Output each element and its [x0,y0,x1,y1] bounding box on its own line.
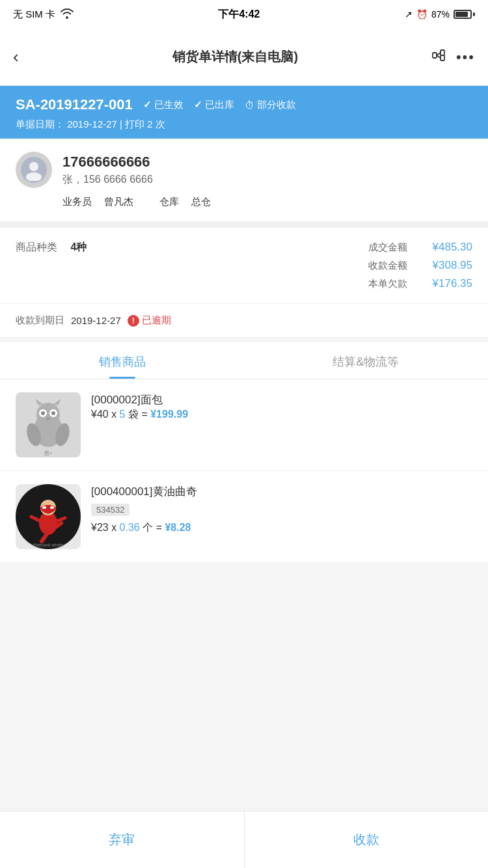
more-icon[interactable]: ••• [456,49,475,66]
product-name-2: [000400001]黄油曲奇 [91,484,472,500]
warehouse-value: 总仓 [191,196,211,207]
product-unit-1: 袋 [128,409,139,420]
goods-type-value: 4种 [70,241,87,252]
product-list: 图+ [0000002]面包 ¥40 x 5 袋 = ¥199.99 [0,379,488,563]
tabs-separator [0,337,488,342]
product-name-1: [0000002]面包 [91,392,472,408]
debt-amount-value: ¥176.35 [420,277,472,290]
svg-text:图+: 图+ [44,450,53,456]
tab-settlement-label: 结算&物流等 [332,355,399,368]
product-image-2: diamond whale [16,484,81,549]
nav-bar: ‹ 销货单详情(来自电脑) ••• [0,29,488,86]
confirm-label: 收款 [353,831,379,848]
product-unit-2: 个 [142,522,153,533]
svg-point-21 [42,506,46,509]
location-icon: ↗ [405,9,413,20]
goods-type: 商品种类 4种 [16,241,87,254]
product-equals-1: = [141,409,150,420]
tab-sales-label: 销售商品 [99,355,146,368]
svg-point-4 [26,172,42,181]
share-icon[interactable] [431,48,446,66]
status-right: ↗ ⏰ 87% [405,9,475,20]
goods-type-label: 商品种类 [16,241,57,252]
salesperson-label: 业务员 [62,196,92,207]
battery-indicator [454,10,475,19]
customer-row: 17666666666 张，156 6666 6666 [16,152,472,188]
deal-amount-value: ¥485.30 [420,241,472,254]
bottom-bar: 弃审 收款 [0,811,488,868]
summary-row: 商品种类 4种 成交金额 ¥485.30 收款金额 ¥308.95 本单欠款 ¥… [16,241,472,290]
overdue-badge: ! 已逾期 [128,314,171,327]
product-image-1: 图+ [16,392,81,457]
customer-name: 张，156 6666 6666 [62,173,153,187]
svg-point-22 [50,506,54,509]
receipt-amount-label: 收款金额 [368,260,407,272]
back-button[interactable]: ‹ [13,47,39,67]
summary-section: 商品种类 4种 成交金额 ¥485.30 收款金额 ¥308.95 本单欠款 ¥… [0,228,488,303]
overdue-dot-icon: ! [128,315,139,327]
badge-partial: 部分收款 [245,99,296,111]
due-date: 2019-12-27 [71,315,121,326]
list-item: 图+ [0000002]面包 ¥40 x 5 袋 = ¥199.99 [0,379,488,471]
alarm-icon: ⏰ [416,9,427,20]
customer-section: 17666666666 张，156 6666 6666 业务员 曾凡杰 仓库 总… [0,139,488,221]
order-id-row: SA-20191227-001 已生效 已出库 部分收款 [16,96,472,113]
status-left: 无 SIM 卡 [13,8,74,21]
product-multiply-1: x [111,409,119,420]
svg-point-10 [41,411,45,415]
product-qty-1: 5 [120,409,126,420]
debt-amount-row: 本单欠款 ¥176.35 [368,277,472,290]
carrier-label: 无 SIM 卡 [13,8,55,21]
deal-amount-label: 成交金额 [368,241,407,254]
salesperson-value: 曾凡杰 [104,196,133,207]
product-sku-2: 534532 [91,504,129,516]
tabs-container: 销售商品 结算&物流等 [0,342,488,379]
wifi-icon [61,8,74,21]
date-label: 单据日期： [16,118,64,129]
customer-info: 17666666666 张，156 6666 6666 [62,154,153,187]
cancel-label: 弃审 [109,831,135,848]
product-equals-2: = [156,522,165,533]
product-multiply-2: x [111,522,119,533]
order-id: SA-20191227-001 [16,96,133,113]
divider-1 [0,221,488,228]
warehouse-meta: 仓库 总仓 [159,196,211,208]
product-price-1: ¥40 x 5 袋 = ¥199.99 [91,408,472,422]
product-info-2: [000400001]黄油曲奇 534532 ¥23 x 0.36 个 = ¥8… [91,484,472,535]
confirm-button[interactable]: 收款 [245,811,489,868]
product-unit-price-1: ¥40 [91,409,109,420]
tab-settlement[interactable]: 结算&物流等 [244,342,488,379]
avatar-icon [21,157,47,183]
nav-actions: ••• [431,48,475,66]
product-price-2: ¥23 x 0.36 个 = ¥8.28 [91,521,472,535]
due-label: 收款到期日 [16,314,64,327]
salesperson-meta: 业务员 曾凡杰 [62,196,133,208]
product-qty-2: 0.36 [120,522,140,533]
avatar [16,152,52,188]
product-info-1: [0000002]面包 ¥40 x 5 袋 = ¥199.99 [91,392,472,422]
svg-point-11 [51,411,55,415]
page-title: 销货单详情(来自电脑) [39,48,431,66]
customer-meta: 业务员 曾凡杰 仓库 总仓 [16,196,472,208]
bottom-spacer [0,563,488,628]
cancel-button[interactable]: 弃审 [0,811,245,868]
date-value: 2019-12-27 [67,118,117,129]
receipt-amount-value: ¥308.95 [420,259,472,272]
overdue-text: 已逾期 [142,314,171,327]
order-header-banner: SA-20191227-001 已生效 已出库 部分收款 单据日期： 2019-… [0,86,488,139]
deal-amount-row: 成交金额 ¥485.30 [368,241,472,254]
product-total-2: ¥8.28 [165,522,191,533]
svg-point-3 [29,162,38,171]
product-total-1: ¥199.99 [150,409,188,420]
debt-amount-label: 本单欠款 [368,278,407,290]
battery-percent: 87% [431,9,450,20]
warehouse-label: 仓库 [159,196,179,207]
status-time: 下午4:42 [218,8,260,21]
badge-effective: 已生效 [143,99,183,111]
tab-sales[interactable]: 销售商品 [0,342,244,379]
svg-text:diamond whale: diamond whale [33,543,63,547]
customer-phone: 17666666666 [62,154,153,170]
due-section: 收款到期日 2019-12-27 ! 已逾期 [0,303,488,337]
summary-right: 成交金额 ¥485.30 收款金额 ¥308.95 本单欠款 ¥176.35 [368,241,472,290]
badge-shipped: 已出库 [194,99,234,111]
